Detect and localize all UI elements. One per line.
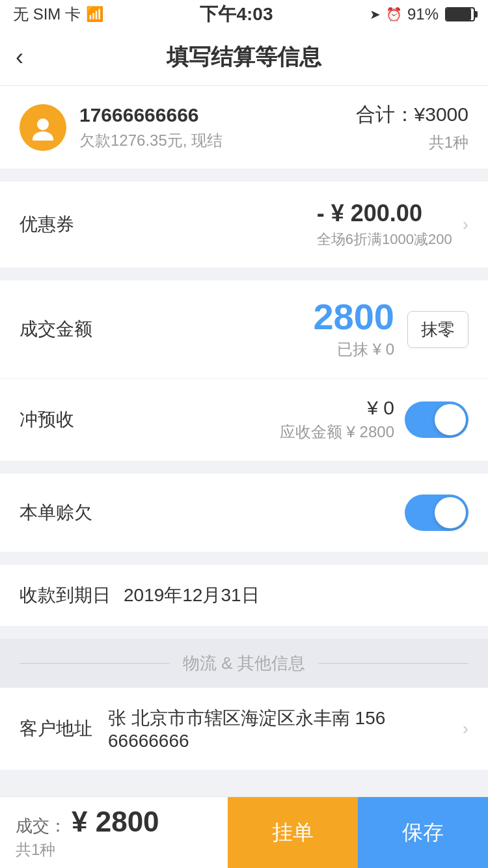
debt-label: 本单赊欠 [20, 500, 92, 525]
customer-phone: 17666666666 [79, 104, 223, 126]
divider-section: 物流 & 其他信息 [0, 639, 488, 688]
coupon-right: - ¥ 200.00 全场6折满1000减200 › [317, 200, 468, 249]
coupon-row[interactable]: 优惠券 - ¥ 200.00 全场6折满1000减200 › [0, 182, 488, 267]
customer-total: 合计：¥3000 共1种 [356, 102, 468, 153]
deal-amount-label: 成交金额 [20, 317, 92, 342]
due-date-section: 收款到期日 2019年12月31日 [0, 565, 488, 626]
nav-bar: ‹ 填写结算等信息 [0, 29, 488, 86]
status-time: 下午4:03 [200, 2, 273, 27]
round-button[interactable]: 抹零 [407, 311, 468, 348]
alarm-icon: ⏰ [386, 7, 402, 22]
receivable-amount: 应收金额 ¥ 2800 [280, 422, 394, 442]
deal-amount-block: 2800 已抹 ¥ 0 [313, 299, 394, 360]
pre-receive-toggle[interactable] [405, 401, 468, 438]
deal-sub: 已抹 ¥ 0 [313, 339, 394, 360]
status-left: 无 SIM 卡 📶 [13, 4, 103, 25]
coupon-info: - ¥ 200.00 全场6折满1000减200 [317, 200, 452, 249]
bottom-bar: 成交： ¥ 2800 共1种 挂单 保存 [0, 796, 488, 868]
toggle-knob [435, 404, 466, 435]
coupon-amount: - ¥ 200.00 [317, 200, 452, 227]
pre-receive-right: ¥ 0 应收金额 ¥ 2800 [280, 397, 468, 442]
svg-point-1 [33, 131, 53, 141]
pre-amount: ¥ 0 [280, 397, 394, 419]
debt-section: 本单赊欠 [0, 474, 488, 552]
page-title: 填写结算等信息 [167, 42, 321, 72]
address-row[interactable]: 客户地址 张 北京市市辖区海淀区永丰南 156 66666666 › [0, 688, 488, 770]
deal-amount-row: 成交金额 2800 已抹 ¥ 0 抹零 [0, 280, 488, 379]
location-icon: ➤ [370, 7, 381, 22]
due-date-value: 2019年12月31日 [124, 583, 260, 608]
pre-receive-label: 冲预收 [20, 407, 74, 432]
divider-line-left [20, 663, 170, 664]
total-count: 共1种 [356, 132, 468, 153]
back-button[interactable]: ‹ [16, 44, 23, 71]
divider-text: 物流 & 其他信息 [170, 652, 318, 675]
total-amount: 合计：¥3000 [356, 102, 468, 128]
save-button[interactable]: 保存 [358, 797, 488, 869]
debt-row: 本单赊欠 [0, 474, 488, 552]
status-bar: 无 SIM 卡 📶 下午4:03 ➤ ⏰ 91% [0, 0, 488, 29]
debt-toggle[interactable] [405, 495, 468, 531]
customer-debt: 欠款1276.35元, 现结 [79, 130, 223, 151]
address-section: 客户地址 张 北京市市辖区海淀区永丰南 156 66666666 › [0, 688, 488, 770]
status-right: ➤ ⏰ 91% [370, 5, 475, 23]
deal-amount-value: 2800 [313, 299, 394, 335]
address-value: 张 北京市市辖区海淀区永丰南 156 66666666 [98, 706, 463, 752]
divider-line-right [318, 663, 468, 664]
customer-left: 17666666666 欠款1276.35元, 现结 [20, 104, 223, 151]
battery-icon [445, 7, 475, 21]
bottom-deal-info: 成交： ¥ 2800 共1种 [0, 806, 228, 860]
deal-section: 成交金额 2800 已抹 ¥ 0 抹零 冲预收 ¥ 0 应收金额 ¥ 2800 [0, 280, 488, 461]
avatar [20, 104, 66, 151]
coupon-label: 优惠券 [20, 212, 74, 237]
content-area: 17666666666 欠款1276.35元, 现结 合计：¥3000 共1种 … [0, 86, 488, 868]
due-date-label: 收款到期日 [20, 583, 111, 608]
bottom-deal-row: 成交： ¥ 2800 [16, 806, 212, 838]
coupon-section: 优惠券 - ¥ 200.00 全场6折满1000减200 › [0, 182, 488, 267]
debt-toggle-knob [435, 497, 466, 528]
deal-amount-right: 2800 已抹 ¥ 0 抹零 [313, 299, 468, 360]
carrier-label: 无 SIM 卡 [13, 4, 81, 25]
bottom-deal-amount: ¥ 2800 [72, 806, 159, 838]
customer-info: 17666666666 欠款1276.35元, 现结 [79, 104, 223, 151]
battery-percent: 91% [407, 5, 439, 23]
coupon-desc: 全场6折满1000减200 [317, 230, 452, 249]
address-chevron-icon: › [463, 718, 468, 739]
bottom-deal-label: 成交： [16, 815, 66, 837]
customer-card: 17666666666 欠款1276.35元, 现结 合计：¥3000 共1种 [0, 86, 488, 169]
pre-receive-row: 冲预收 ¥ 0 应收金额 ¥ 2800 [0, 379, 488, 461]
chevron-right-icon: › [463, 214, 468, 235]
wifi-icon: 📶 [86, 6, 103, 23]
due-date-row: 收款到期日 2019年12月31日 [20, 583, 468, 608]
pre-amount-block: ¥ 0 应收金额 ¥ 2800 [280, 397, 394, 442]
address-label: 客户地址 [20, 716, 98, 741]
bottom-deal-count: 共1种 [16, 839, 212, 860]
pending-button[interactable]: 挂单 [228, 797, 358, 869]
svg-point-0 [37, 118, 49, 130]
